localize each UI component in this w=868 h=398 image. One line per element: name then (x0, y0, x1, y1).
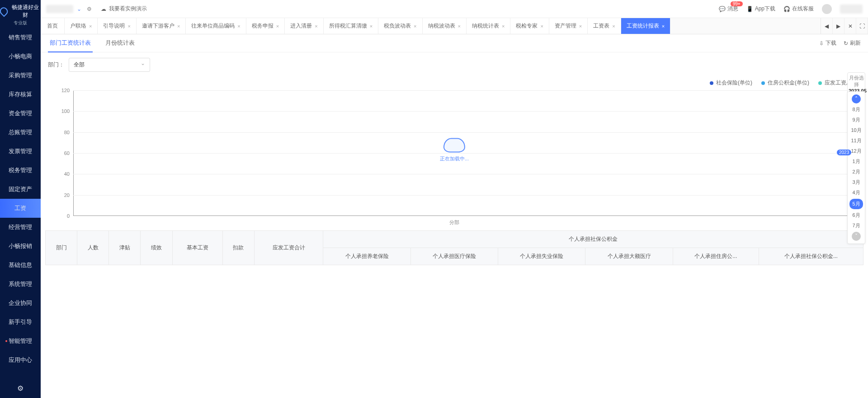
messages-button[interactable]: 💬 消息 99+ (719, 5, 738, 13)
tab[interactable]: 工资统计报表× (621, 18, 670, 34)
legend-item[interactable]: 住房公积金(单位) (761, 79, 809, 87)
close-icon[interactable]: × (612, 23, 615, 29)
close-icon[interactable]: × (502, 23, 505, 29)
table-header: 个人承担医疗保险 (410, 248, 498, 265)
nav-item[interactable]: 小畅报销 (0, 237, 41, 256)
nav-item[interactable]: 销售管理 (0, 28, 41, 47)
nav-item[interactable]: 总账管理 (0, 123, 41, 142)
tabs-close-all[interactable]: ✕ (844, 18, 856, 34)
tab-home[interactable]: 首页 (41, 18, 65, 34)
nav-item[interactable]: 固定资产 (0, 180, 41, 199)
tabs-scroll-right[interactable]: ▶ (833, 18, 844, 34)
nav-item[interactable]: 税务管理 (0, 161, 41, 180)
month-option[interactable]: 9月 (848, 115, 865, 125)
message-icon: 💬 (719, 6, 726, 12)
nav-item[interactable]: 小畅电商 (0, 47, 41, 66)
close-icon[interactable]: × (315, 23, 317, 29)
y-tick: 80 (52, 130, 70, 135)
tab[interactable]: 纳税波动表× (423, 18, 467, 34)
online-service-button[interactable]: 🎧 在线客服 (783, 5, 814, 13)
chart-area: 社会保险(单位)住房公积金(单位)应发工资总额 正在加载中... 0204060… (41, 77, 868, 230)
nav-item[interactable]: 库存核算 (0, 85, 41, 104)
month-option[interactable]: 2月 (848, 167, 865, 177)
subtab[interactable]: 部门工资统计表 (48, 34, 93, 52)
gear-icon[interactable]: ⚙ (87, 6, 92, 12)
tab[interactable]: 税务申报× (246, 18, 285, 34)
tab[interactable]: 税检专家× (510, 18, 549, 34)
close-icon[interactable]: × (662, 23, 665, 29)
topbar: ⌄ ⚙ ☁ 我要看实例演示 💬 消息 99+ 📱 App下载 🎧 (41, 0, 868, 18)
legend-item[interactable]: 社会保险(单位) (710, 79, 752, 87)
settings-icon[interactable]: ⚙ (17, 384, 24, 392)
dept-select[interactable]: 全部 (69, 58, 150, 72)
close-icon[interactable]: × (579, 23, 582, 29)
nav-item[interactable]: 智能管理 (0, 332, 41, 351)
sidebar: 畅捷通好业财 专业版 销售管理小畅电商采购管理库存核算资金管理总账管理发票管理税… (0, 0, 41, 398)
nav-item-label: 资金管理 (9, 110, 32, 117)
nav-item[interactable]: 基础信息 (0, 256, 41, 275)
refresh-label: 刷新 (850, 39, 861, 47)
month-picker-down[interactable]: ˅ (852, 232, 861, 241)
tab[interactable]: 资产管理× (549, 18, 588, 34)
month-option[interactable]: 4月 (848, 187, 865, 198)
refresh-button[interactable]: ↻ 刷新 (844, 39, 861, 47)
close-icon[interactable]: × (370, 23, 373, 29)
avatar[interactable] (822, 4, 832, 14)
month-picker-up[interactable]: ˄ (852, 94, 861, 103)
tab-label: 工资统计报表 (627, 22, 659, 30)
month-option[interactable]: 6月 (848, 210, 865, 220)
month-option[interactable]: 3月 (848, 177, 865, 187)
month-option[interactable]: 7月 (848, 220, 865, 231)
month-option[interactable]: 5月 (849, 199, 863, 209)
y-tick: 100 (52, 108, 70, 114)
nav-item[interactable]: 资金管理 (0, 104, 41, 123)
nav-item[interactable]: 企业协同 (0, 294, 41, 313)
brand-logo: 畅捷通好业财 专业版 (0, 0, 41, 28)
brand-name: 畅捷通好业财 (9, 4, 41, 19)
fullscreen-icon[interactable]: ⛶ (856, 18, 868, 34)
nav-item[interactable]: 经营管理 (0, 218, 41, 237)
download-label: 下载 (826, 39, 836, 47)
legend-dot-icon (761, 81, 765, 85)
nav-item-label: 销售管理 (9, 34, 32, 41)
nav-item[interactable]: 工资 (0, 199, 41, 218)
company-select[interactable]: ⌄ (46, 5, 81, 13)
close-icon[interactable]: × (89, 23, 92, 29)
table: 部门人数津贴绩效基本工资扣款应发工资合计个人承担社保公积金 个人承担养老保险个人… (45, 230, 863, 265)
close-icon[interactable]: × (237, 23, 240, 29)
close-icon[interactable]: × (127, 23, 130, 29)
nav-item[interactable]: 新手引导 (0, 313, 41, 332)
month-option[interactable]: 11月 (848, 136, 865, 146)
tab[interactable]: 进入清册× (285, 18, 323, 34)
tab[interactable]: 往来单位商品编码× (186, 18, 246, 34)
tab[interactable]: 所得税汇算清缴× (324, 18, 378, 34)
tab[interactable]: 纳税统计表× (467, 18, 510, 34)
tab[interactable]: 户联络× (65, 18, 98, 34)
nav-item[interactable]: 采购管理 (0, 66, 41, 85)
loading-text: 正在加载中... (440, 155, 469, 162)
nav-item[interactable]: 系统管理 (0, 275, 41, 294)
app-download-button[interactable]: 📱 App下载 (746, 5, 775, 13)
close-icon[interactable]: × (276, 23, 279, 29)
tab-label: 纳税波动表 (428, 22, 455, 30)
tabs-scroll-left[interactable]: ◀ (821, 18, 833, 34)
subtab[interactable]: 月份统计表 (104, 34, 137, 52)
tabs-controls: ◀ ▶ ✕ ⛶ (821, 18, 868, 34)
tab[interactable]: 邀请下游客户× (137, 18, 186, 34)
close-icon[interactable]: × (540, 23, 543, 29)
tab[interactable]: 引导说明× (98, 18, 136, 34)
month-option[interactable]: 8月 (848, 104, 865, 115)
month-option[interactable]: 10月 (848, 125, 865, 136)
legend-dot-icon (710, 81, 713, 85)
nav-item[interactable]: 应用中心 (0, 351, 41, 370)
close-icon[interactable]: × (177, 23, 180, 29)
close-icon[interactable]: × (414, 23, 416, 29)
month-option[interactable]: 1月 (848, 156, 865, 167)
demo-link[interactable]: ☁ 我要看实例演示 (101, 5, 147, 13)
download-button[interactable]: ⇩ 下载 (819, 39, 836, 47)
table-header: 津贴 (109, 231, 141, 265)
close-icon[interactable]: × (458, 23, 461, 29)
tab[interactable]: 工资表× (588, 18, 621, 34)
nav-item[interactable]: 发票管理 (0, 142, 41, 161)
tab[interactable]: 税负波动表× (378, 18, 422, 34)
